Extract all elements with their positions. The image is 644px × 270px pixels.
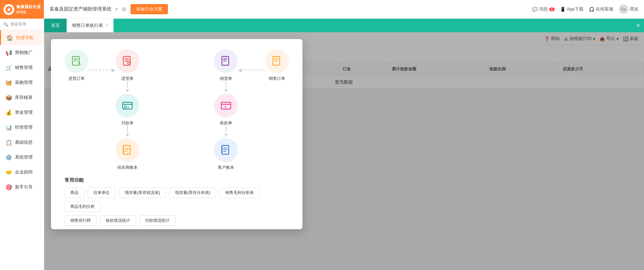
sidebar-item-label: 基础信息 [15, 139, 33, 145]
btn-stock-dist[interactable]: 现存量(库存分布表) [169, 187, 216, 198]
guide-icon: 🎯 [5, 184, 12, 191]
dialog-content: 进货订单 ▶ 进货单 [51, 39, 302, 229]
btn-goods-profit[interactable]: 商品毛利分析 [65, 201, 101, 212]
basic-info-icon: 📋 [5, 139, 12, 146]
online-service-icon: 🎧 [589, 7, 594, 12]
sidebar-item-inventory[interactable]: 📦 库存核算 [0, 90, 44, 105]
dropdown-icon[interactable]: ▾ [116, 7, 118, 12]
sidebar-item-label: 企业协同 [15, 169, 33, 175]
btn-sales-rank[interactable]: 销售排行榜 [65, 215, 97, 226]
sidebar-item-label: 系统管理 [15, 154, 33, 160]
svg-text:¥: ¥ [224, 105, 227, 109]
receipt-circle: ¥ [214, 94, 238, 118]
sidebar-item-quick-nav[interactable]: 🏠 快捷导航 [0, 30, 44, 45]
logo-svg: 康 [5, 6, 13, 13]
system-icon: ⚙️ [5, 154, 12, 161]
flow-receipt: ¥ 收款单 [214, 94, 238, 126]
overlay[interactable]: 进货订单 ▶ 进货单 [44, 32, 644, 270]
user-label: 用友 [630, 6, 639, 12]
experience-btn[interactable]: 体验行业方案 [130, 4, 168, 14]
flow-top-row: 进货订单 ▶ 进货单 [65, 49, 289, 82]
avatar-initial: Ea [621, 7, 626, 11]
system-title: 装备及固定资产辅助管理系统 [50, 6, 111, 12]
sidebar-item-finance[interactable]: 💰 资金管理 [0, 105, 44, 120]
app-download-label: App下载 [567, 6, 584, 12]
sidebar-item-purchase[interactable]: 🧺 采购管理 [0, 75, 44, 90]
flow-purchase-bill: 进货单 [116, 49, 139, 82]
sidebar-item-label: 快捷导航 [16, 35, 34, 41]
content-area: ❓ 帮助 🖨 按模板打印 ▾ 📤 导出 ▾ 🔄 刷新 yyyy-mm-dd [44, 32, 644, 270]
search-label: 搜索菜单 [10, 21, 27, 27]
sales-order-circle [265, 49, 289, 73]
quick-nav-icon: 🏠 [6, 34, 13, 41]
customer-ledger-label: 客户账本 [218, 165, 234, 170]
flow-bot-arrows: ▼ ▼ [65, 126, 289, 138]
finance-icon: 💰 [5, 109, 12, 116]
svg-point-23 [124, 106, 126, 108]
search-menu[interactable]: 🔍 搜索菜单 [0, 19, 44, 30]
svg-rect-2 [72, 56, 79, 65]
dialog: 进货订单 ▶ 进货单 [51, 39, 302, 229]
message-item[interactable]: 💬 消息 6 [532, 6, 555, 12]
tab-home-label: 首页 [51, 22, 60, 29]
common-functions-title: 常用功能 [65, 177, 289, 183]
user-item[interactable]: Ea 用友 [619, 4, 639, 14]
sidebar-item-guide[interactable]: 🎯 新手引导 [0, 180, 44, 195]
tab-close-btn[interactable]: × [106, 23, 108, 28]
flow-supplier-ledger: 供应商账本 [116, 138, 139, 170]
sidebar-item-basic-info[interactable]: 📋 基础信息 [0, 135, 44, 150]
common-btns-row2: 销售排行榜 收款情况统计 付款情况统计 [65, 215, 289, 226]
search-icon: 🔍 [3, 22, 8, 27]
btn-stock-status[interactable]: 现存量(库存状况表) [119, 187, 166, 198]
svg-rect-13 [222, 56, 229, 65]
svg-rect-34 [221, 146, 223, 154]
sidebar-item-system[interactable]: ⚙️ 系统管理 [0, 150, 44, 165]
app-download-item[interactable]: 📱 App下载 [560, 6, 584, 12]
sales-bill-circle [214, 49, 238, 73]
purchase-order-circle [65, 49, 88, 73]
sidebar-item-label: 新手引导 [15, 184, 33, 190]
purchase-bill-label: 进货单 [121, 76, 134, 82]
online-service-label: 在线客服 [596, 6, 613, 12]
sidebar-item-operation[interactable]: 📊 经营管理 [0, 120, 44, 135]
rec-down-arrow: ▼ [214, 126, 238, 138]
arrow-po-to-pb: ▶ [88, 67, 116, 73]
sidebar-item-collab[interactable]: 🤝 企业协同 [0, 165, 44, 180]
sidebar-item-label: 资金管理 [15, 109, 33, 115]
common-btns-row1: 商品 往来单位 现存量(库存状况表) 现存量(库存分布表) 销售毛利分析表 商品… [65, 187, 289, 212]
sidebar-item-marketing[interactable]: 📢 营销推广 [0, 45, 44, 60]
flow-payment: ¥ 付款单 [116, 94, 139, 126]
tab-home[interactable]: 首页 [44, 19, 67, 32]
btn-goods[interactable]: 商品 [65, 187, 84, 198]
purchase-bill-circle [116, 49, 139, 73]
sidebar: 康 畅康通好生意 标准版 🔍 搜索菜单 🏠 快捷导航 📢 营销推广 🛒 销售管理… [0, 0, 44, 270]
supplier-ledger-label: 供应商账本 [117, 165, 138, 170]
logo-text2: 标准版 [16, 10, 41, 15]
btn-counterpart[interactable]: 往来单位 [88, 187, 116, 198]
svg-text:康: 康 [7, 8, 11, 12]
flow-customer-ledger: 客户账本 [214, 138, 238, 170]
payment-circle: ¥ [116, 94, 139, 118]
window-close-btn[interactable]: × [636, 22, 644, 29]
sidebar-item-label: 库存核算 [15, 94, 33, 101]
operation-icon: 📊 [5, 124, 12, 131]
supplier-ledger-circle [116, 138, 139, 162]
logo: 康 畅康通好生意 标准版 [0, 0, 44, 19]
purchase-icon: 🧺 [5, 79, 12, 86]
sidebar-item-sales[interactable]: 🛒 销售管理 [0, 60, 44, 75]
tab-bar: 首页 销售订单执行表 × × [44, 19, 644, 32]
pb-down-arrow: ▼ [116, 82, 139, 94]
sidebar-item-label: 销售管理 [15, 65, 33, 71]
tab-sales-order[interactable]: 销售订单执行表 × [67, 19, 114, 32]
header-right: 💬 消息 6 📱 App下载 🎧 在线客服 Ea 用友 [532, 4, 639, 14]
pay-down-arrow: ▼ [116, 126, 139, 138]
message-icon: 💬 [532, 7, 538, 12]
btn-sales-profit[interactable]: 销售毛利分析表 [220, 187, 260, 198]
purchase-order-label: 进货订单 [68, 76, 85, 82]
gear-icon[interactable]: ⚙ [122, 6, 126, 13]
main-area: 装备及固定资产辅助管理系统 ▾ ⚙ 体验行业方案 💬 消息 6 📱 App下载 … [44, 0, 644, 270]
message-badge: 6 [549, 7, 555, 11]
btn-payment-stats[interactable]: 付款情况统计 [139, 215, 175, 226]
btn-receipt-stats[interactable]: 收款情况统计 [100, 215, 136, 226]
online-service-item[interactable]: 🎧 在线客服 [589, 6, 613, 12]
